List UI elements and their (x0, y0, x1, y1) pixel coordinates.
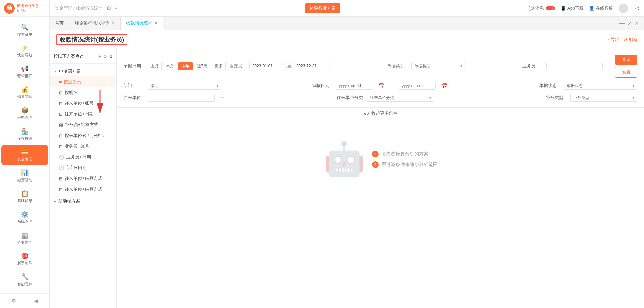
sidebar-label-sales: 销售管理 (17, 94, 32, 99)
tree-item-customer-settle2[interactable]: ⊡ 往来单位+结算方式 (50, 184, 116, 195)
customer-input[interactable] (148, 94, 215, 102)
date-btn-last-7[interactable]: 近7天 (194, 62, 210, 70)
scheme-settings-icon[interactable]: ⚙ (103, 54, 107, 59)
sidebar-item-inventory[interactable]: 🏪 库存核算 (1, 124, 48, 144)
dept-select[interactable]: 部门 (148, 82, 221, 90)
online-service-btn[interactable]: 👤 在线客服 (589, 5, 613, 11)
tree-item-salesperson-settle[interactable]: ▦ 业务员+结算方式 (50, 119, 116, 130)
biz-type-select-wrapper: 业务类型 (570, 94, 637, 102)
date-btn-this-year[interactable]: 本年 (178, 62, 193, 70)
filter-section: 单据日期 上月 本月 本年 近7天 更多 自定义 至 (117, 49, 644, 107)
collapse-sidebar-icon[interactable]: ◀ (34, 298, 38, 304)
empty-state-content: 🤖 1 请先选择要分析的方案 2 用过滤条件来缩小分析范围 (323, 139, 438, 179)
tree-item-customer-settle1[interactable]: ⊞ 往来单位+结算方式 (50, 173, 116, 184)
doc-status-label: 单据状态 (539, 83, 559, 89)
date-btn-more[interactable]: 更多 (212, 62, 226, 70)
tree-item-customer-date[interactable]: ⊡ 往来单位+日期 (50, 109, 116, 119)
doc-type-select[interactable]: 单据类型 (411, 62, 465, 70)
biz-type-select[interactable]: 业务类型 (570, 94, 637, 102)
salesperson-date-icon: 🕐 (59, 155, 64, 160)
sidebar-item-sales[interactable]: 💰 销售管理 (1, 83, 48, 103)
app-logo: 畅 畅捷通好生意 标准版 (0, 0, 49, 17)
user-name: Rit (633, 6, 639, 11)
tab-collection-stats[interactable]: 收款情况统计 ✕ (121, 17, 163, 30)
settings-footer-icon[interactable]: ⚙ (11, 298, 16, 304)
user-avatar[interactable] (619, 4, 628, 13)
topbar-dropdown-icon[interactable]: ▾ (115, 6, 117, 11)
purchase-icon: 📦 (21, 107, 29, 114)
tabs-maximize-icon[interactable]: ⤢ (627, 20, 632, 27)
tree-item-customer-account[interactable]: ⊡ 往来单位+账号 (50, 98, 116, 109)
review-date-from-input[interactable] (336, 82, 373, 90)
desktop-group-header[interactable]: ▼ 电脑端方案 (50, 66, 116, 76)
topbar-gear-icon[interactable]: ⚙ (106, 5, 111, 11)
date-btn-custom[interactable]: 自定义 (227, 62, 245, 70)
collapse-panel-icon[interactable]: « (109, 53, 112, 59)
tabs-minimize-icon[interactable]: — (619, 20, 625, 27)
tree-item-label-salesperson-date: 业务员+日期 (66, 154, 91, 160)
query-btn[interactable]: 查询 (615, 55, 637, 65)
sidebar-item-guide[interactable]: 🎯 新手引导 (1, 249, 48, 269)
review-date-to-input[interactable] (399, 82, 436, 90)
mobile-group-header[interactable]: ▶ 移动端方案 (50, 196, 116, 206)
sidebar: 畅 畅捷通好生意 标准版 🔍 搜索菜单 ⚡ 快捷导航 📢 营销推广 💰 销售管理 (0, 0, 50, 308)
salesperson-more-icon[interactable]: ··· (607, 63, 611, 69)
sidebar-item-search-menu[interactable]: 🔍 搜索菜单 (1, 20, 48, 40)
customer-more-icon[interactable]: ··· (220, 95, 224, 101)
customer-category-label: 往来单位分类 (337, 95, 363, 101)
empty-tip-2: 2 用过滤条件来缩小分析范围 (372, 161, 438, 168)
sidebar-item-finance[interactable]: 💳 资金管理 (1, 145, 48, 165)
date-quick-buttons: 上月 本月 本年 近7天 更多 自定义 (148, 62, 245, 70)
tree-item-by-salesperson[interactable]: 按业务员 (50, 76, 116, 87)
app-download-btn[interactable]: 📱 App下载 (560, 5, 584, 11)
date-from-input[interactable] (249, 62, 286, 70)
service-icon: 👤 (589, 6, 594, 11)
detail-icon: ⊞ (59, 90, 63, 95)
query-btn-group: 查询 设置 (615, 55, 637, 78)
export-btn[interactable]: ↑ 导出 (607, 37, 620, 43)
desktop-group-label: 电脑端方案 (59, 68, 81, 74)
sidebar-item-operations[interactable]: 📊 经营管理 (1, 166, 48, 186)
sidebar-item-wechat[interactable]: 💬 企业微信 (1, 291, 48, 293)
sidebar-item-quick-nav[interactable]: ⚡ 快捷导航 (1, 41, 48, 61)
tabs-close-icon[interactable]: ✕ (634, 20, 639, 27)
sidebar-item-purchase[interactable]: 📦 采购管理 (1, 103, 48, 123)
tab-collection-stats-close[interactable]: ✕ (154, 21, 158, 25)
salesperson-input[interactable] (546, 62, 603, 70)
dept-label: 部门 (123, 83, 144, 89)
calendar-icon-to[interactable]: 📅 (441, 83, 448, 89)
sidebar-label-system: 系统管理 (17, 219, 32, 224)
tab-home[interactable]: 首页 (50, 17, 69, 30)
settings-btn[interactable]: 设置 (615, 67, 637, 78)
calendar-icon-from[interactable]: 📅 (378, 83, 385, 89)
tab-bank-flow-close[interactable]: ✕ (112, 21, 115, 26)
tree-item-salesperson-account[interactable]: ⊡ 业务员+账号 (50, 141, 116, 152)
logo-icon: 畅 (4, 3, 15, 14)
sidebar-item-marketing[interactable]: 📢 营销推广 (1, 62, 48, 82)
doc-status-select[interactable]: 单据状态 (564, 82, 637, 90)
tree-item-dept-date[interactable]: 🕐 部门+日期 (50, 162, 116, 173)
add-scheme-icon[interactable]: + (98, 54, 101, 59)
content-body: 按以下方案查询 + ⚙ « ▼ 电脑端方案 (50, 49, 644, 308)
tree-item-by-customer-dept[interactable]: ⊡ 按来单位+部门+收... (50, 130, 116, 141)
tree-item-salesperson-date[interactable]: 🕐 业务员+日期 (50, 152, 116, 162)
salesperson-account-icon: ⊡ (59, 144, 63, 149)
tree-item-label-salesperson-account: 业务员+账号 (65, 143, 89, 149)
sidebar-item-hardware[interactable]: 🔧 智能硬件 (1, 270, 48, 290)
tree-item-by-detail[interactable]: ⊞ 按明细 (50, 87, 116, 98)
date-btn-last-month[interactable]: 上月 (148, 62, 162, 70)
date-btn-this-month[interactable]: 本月 (163, 62, 177, 70)
tree-container: ▼ 电脑端方案 按业务员 ⊞ 按明细 ⊡ 往来 (50, 64, 116, 308)
doc-type-label: 单据类型 (387, 63, 407, 69)
collapse-more-btn[interactable]: ∧∧ 收起更多条件 (117, 107, 644, 119)
customer-category-select[interactable]: 往来单位分类 (367, 94, 434, 102)
sidebar-item-system[interactable]: ⚙️ 系统管理 (1, 207, 48, 227)
date-to-input[interactable] (293, 62, 330, 70)
tab-bank-flow[interactable]: 现金银行流水查询 ✕ (69, 17, 121, 30)
sidebar-item-basic-info[interactable]: 📋 基础信息 (1, 187, 48, 207)
sidebar-item-corp[interactable]: 🏢 企业协同 (1, 228, 48, 248)
messages-btn[interactable]: 💬 消息 99+ (529, 5, 555, 11)
trial-btn[interactable]: 体验行业方案 (305, 3, 340, 13)
refresh-btn[interactable]: ↺ 刷新 (624, 37, 637, 43)
biz-type-label: 业务类型 (546, 95, 566, 101)
